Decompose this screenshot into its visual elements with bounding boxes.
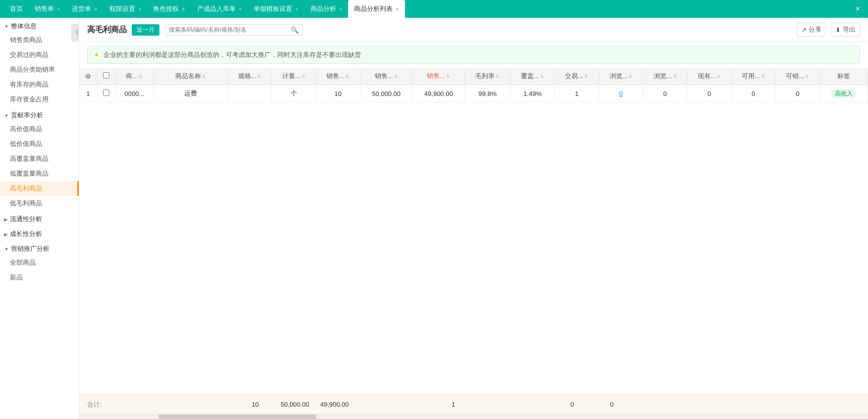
nav-templates[interactable]: 单据模板设置 × <box>248 0 304 18</box>
select-all-checkbox[interactable] <box>103 72 109 79</box>
sidebar-item-low-value[interactable]: 低价值商品 <box>0 137 79 151</box>
sort-icon-9: ⇅ <box>540 74 544 79</box>
col-code[interactable]: 商...⇅ <box>115 68 154 85</box>
chevron-down-icon-3: ▼ <box>4 246 9 252</box>
sort-icon-6: ⇅ <box>394 74 398 79</box>
col-tag[interactable]: 标签 <box>819 68 868 85</box>
nav-analysis[interactable]: 商品分析 × <box>305 0 348 18</box>
sidebar-item-stock-capital[interactable]: 库存资金占用 <box>0 92 79 107</box>
col-current-stock[interactable]: 现有...⇅ <box>687 68 731 85</box>
scroll-thumb <box>158 415 316 419</box>
close-all-button[interactable]: × <box>852 4 864 13</box>
sidebar: 《 ▼ 整体信息 销售类商品 交易过的商品 商品分类助销率 有库存的商品 库存资… <box>0 18 79 419</box>
sort-icon-13: ⇅ <box>717 74 721 79</box>
col-coverage[interactable]: 覆盖...⇅ <box>511 68 555 85</box>
cell-sales-qty: 10 <box>316 85 360 102</box>
search-icon[interactable]: 🔍 <box>291 26 299 34</box>
col-browse1[interactable]: 浏览...⇅ <box>599 68 643 85</box>
col-unit[interactable]: 计量...⇅ <box>272 68 316 85</box>
cell-saleable: 0 <box>775 85 819 102</box>
col-saleable[interactable]: 可销...⇅ <box>775 68 819 85</box>
close-permissions-tab[interactable]: × <box>138 6 141 12</box>
cell-check[interactable] <box>97 85 115 102</box>
col-check[interactable] <box>97 68 115 85</box>
col-available[interactable]: 可用...⇅ <box>731 68 775 85</box>
sidebar-item-low-margin[interactable]: 低毛利商品 <box>0 196 79 211</box>
cell-current-stock: 0 <box>687 85 731 102</box>
sort-icon-2: ⇅ <box>202 74 206 79</box>
sidebar-item-all-goods[interactable]: 全部商品 <box>0 255 79 270</box>
cell-sales-cost: 49,900.00 <box>412 85 465 102</box>
nav-sales[interactable]: 销售单 × <box>29 0 66 18</box>
table-wrapper: ⚙ 商...⇅ 商品名称⇅ 规格...⇅ 计量...⇅ 销售...⇅ 销售...… <box>79 68 868 394</box>
sidebar-group-marketing[interactable]: ▼ 营销推广分析 <box>0 240 79 255</box>
table-row: 1 0000... 运费 个 10 50,000.00 49,900.00 99… <box>79 85 868 102</box>
sort-icon-12: ⇅ <box>673 74 677 79</box>
sidebar-collapse-button[interactable]: 《 <box>71 24 79 42</box>
footer-current-stock: 0 <box>553 401 592 408</box>
cell-tag: 高收入 <box>819 85 868 102</box>
col-spec[interactable]: 规格...⇅ <box>228 68 272 85</box>
cell-transaction: 1 <box>555 85 599 102</box>
nav-analysis-list[interactable]: 商品分析列表 × <box>348 0 405 18</box>
sidebar-item-category-rate[interactable]: 商品分类助销率 <box>0 62 79 77</box>
close-templates-tab[interactable]: × <box>295 6 298 12</box>
sort-icon-15: ⇅ <box>805 74 809 79</box>
search-input[interactable] <box>169 26 291 33</box>
nav-home[interactable]: 首页 <box>4 0 29 18</box>
close-roles-tab[interactable]: × <box>182 6 185 12</box>
share-button[interactable]: ↗ 分享 <box>797 23 826 37</box>
sidebar-item-high-coverage[interactable]: 高覆盖量商品 <box>0 151 79 166</box>
col-transaction[interactable]: 交易...⇅ <box>555 68 599 85</box>
col-sales-amount[interactable]: 销售...⇅ <box>360 68 412 85</box>
close-analysis-list-tab[interactable]: × <box>396 6 399 12</box>
sidebar-group-circulation[interactable]: ▶ 流通性分析 <box>0 211 79 226</box>
close-product-warehouse-tab[interactable]: × <box>239 6 242 12</box>
main-layout: 《 ▼ 整体信息 销售类商品 交易过的商品 商品分类助销率 有库存的商品 库存资… <box>0 18 868 419</box>
sort-icon-11: ⇅ <box>628 74 632 79</box>
sidebar-group-growth[interactable]: ▶ 成长性分析 <box>0 226 79 240</box>
cell-gross-margin: 99.8% <box>465 85 511 102</box>
cell-browse2: 0 <box>643 85 687 102</box>
footer-available: 0 <box>592 401 632 408</box>
sidebar-item-sales-goods[interactable]: 销售类商品 <box>0 33 79 47</box>
cell-name: 运费 <box>154 85 228 102</box>
sidebar-item-low-coverage[interactable]: 低覆盖量商品 <box>0 166 79 181</box>
col-browse2[interactable]: 浏览...⇅ <box>643 68 687 85</box>
notice-bar: ✦ 企业的主要的利润都是这部分商品创造的，可考虑加大推广，同时关注库存是不要出现… <box>87 46 860 64</box>
export-button[interactable]: ⬇ 导出 <box>831 23 860 37</box>
col-gross-margin[interactable]: 毛利率⇅ <box>465 68 511 85</box>
table-header-row: ⚙ 商...⇅ 商品名称⇅ 规格...⇅ 计量...⇅ 销售...⇅ 销售...… <box>79 68 868 85</box>
sidebar-item-traded-goods[interactable]: 交易过的商品 <box>0 47 79 62</box>
close-analysis-tab[interactable]: × <box>339 6 342 12</box>
sort-icon-10: ⇅ <box>584 74 588 79</box>
header-actions: ↗ 分享 ⬇ 导出 <box>797 23 860 37</box>
top-nav: 首页 销售单 × 进货单 × 权限设置 × 角色授权 × 产成品入库单 × 单据… <box>0 0 868 18</box>
chevron-right-icon: ▶ <box>4 217 8 222</box>
nav-purchase[interactable]: 进货单 × <box>66 0 103 18</box>
sidebar-item-stock-goods[interactable]: 有库存的商品 <box>0 77 79 92</box>
bottom-scrollbar[interactable] <box>79 414 868 419</box>
sidebar-item-high-margin[interactable]: 高毛利商品 <box>0 181 79 196</box>
col-name[interactable]: 商品名称⇅ <box>154 68 228 85</box>
sidebar-item-high-value[interactable]: 高价值商品 <box>0 122 79 137</box>
sidebar-group-contribution[interactable]: ▼ 贡献率分析 <box>0 107 79 122</box>
sidebar-item-new-goods[interactable]: 新品 <box>0 270 79 285</box>
time-filter-button[interactable]: 近一月 <box>132 24 159 36</box>
row-checkbox[interactable] <box>103 90 109 96</box>
col-sales-cost[interactable]: 销售...⇅ <box>412 68 465 85</box>
close-purchase-tab[interactable]: × <box>94 6 97 12</box>
search-box: 🔍 <box>164 24 303 36</box>
col-sales-qty[interactable]: 销售...⇅ <box>316 68 360 85</box>
nav-permissions[interactable]: 权限设置 × <box>103 0 147 18</box>
nav-product-warehouse[interactable]: 产成品入库单 × <box>191 0 248 18</box>
nav-roles[interactable]: 角色授权 × <box>147 0 191 18</box>
sort-icon-14: ⇅ <box>761 74 765 79</box>
sidebar-group-overall[interactable]: ▼ 整体信息 <box>0 18 79 33</box>
sort-icon-3: ⇅ <box>257 74 261 79</box>
cell-browse1[interactable]: 0 <box>599 85 643 102</box>
close-sales-tab[interactable]: × <box>57 6 60 12</box>
data-table: ⚙ 商...⇅ 商品名称⇅ 规格...⇅ 计量...⇅ 销售...⇅ 销售...… <box>79 68 868 102</box>
notice-icon: ✦ <box>94 51 100 59</box>
col-settings[interactable]: ⚙ <box>79 68 97 85</box>
